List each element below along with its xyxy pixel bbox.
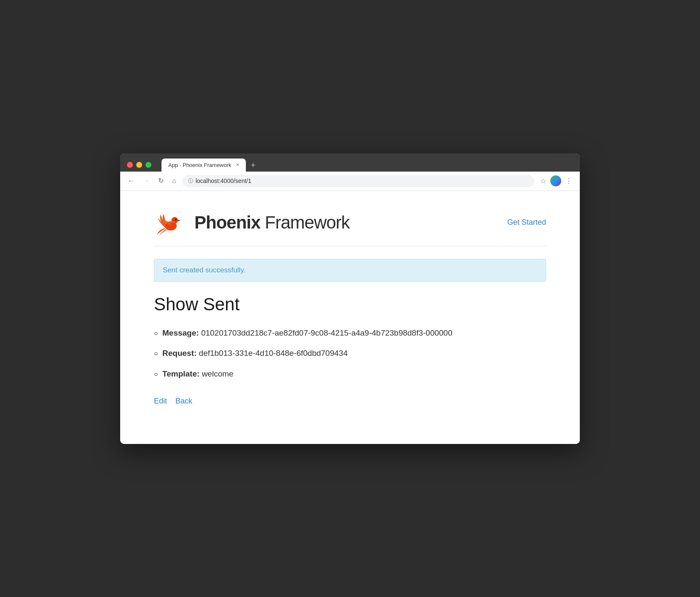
url-display: localhost:4000/sent/1 (196, 177, 251, 184)
field-label-request: Request: (162, 349, 197, 358)
maximize-button[interactable] (145, 162, 151, 168)
flash-message: Sent created successfully. (154, 259, 546, 282)
field-label-message: Message: (162, 328, 199, 337)
bookmark-button[interactable]: ☆ (538, 175, 549, 187)
toolbar-actions: ☆ ⋮ (538, 175, 575, 187)
edit-link[interactable]: Edit (154, 397, 167, 406)
new-tab-button[interactable]: + (246, 159, 261, 172)
minimize-button[interactable] (136, 162, 142, 168)
browser-chrome: App · Phoenix Framework × + ← → ↻ ⌂ ⓘ lo… (120, 153, 580, 191)
list-item: Template: welcome (162, 368, 546, 380)
close-button[interactable] (127, 162, 133, 168)
list-item: Request: def1b013-331e-4d10-848e-6f0dbd7… (162, 347, 546, 360)
page-content: Phoenix Framework Get Started Sent creat… (120, 191, 580, 444)
svg-marker-2 (178, 220, 180, 221)
reload-button[interactable]: ↻ (156, 176, 166, 186)
back-nav-button[interactable]: ← (125, 176, 137, 186)
home-button[interactable]: ⌂ (170, 176, 179, 186)
flash-text: Sent created successfully. (163, 266, 245, 274)
security-icon: ⓘ (188, 177, 193, 185)
active-tab[interactable]: App · Phoenix Framework × (162, 159, 246, 172)
field-label-template: Template: (162, 369, 199, 378)
svg-point-3 (175, 219, 177, 221)
field-value-message: 010201703dd218c7-ae82fd07-9c08-4215-a4a9… (201, 328, 452, 337)
window-controls (127, 162, 151, 168)
address-bar[interactable]: ⓘ localhost:4000/sent/1 (182, 175, 534, 187)
titlebar: App · Phoenix Framework × + (120, 153, 580, 172)
browser-toolbar: ← → ↻ ⌂ ⓘ localhost:4000/sent/1 ☆ ⋮ (120, 172, 580, 191)
back-link[interactable]: Back (175, 397, 192, 406)
action-links: Edit Back (154, 397, 546, 406)
page-title: Show Sent (154, 294, 546, 315)
profile-avatar[interactable] (550, 175, 561, 186)
logo-text: Phoenix Framework (194, 212, 350, 233)
browser-window: App · Phoenix Framework × + ← → ↻ ⌂ ⓘ lo… (120, 153, 580, 444)
list-item: Message: 010201703dd218c7-ae82fd07-9c08-… (162, 327, 546, 339)
tab-close-icon[interactable]: × (236, 162, 239, 168)
logo-light: Framework (260, 212, 350, 232)
field-value-template: welcome (202, 369, 234, 378)
tab-title: App · Phoenix Framework (168, 162, 232, 168)
field-value-request: def1b013-331e-4d10-848e-6f0dbd709434 (199, 349, 348, 358)
data-list: Message: 010201703dd218c7-ae82fd07-9c08-… (154, 327, 546, 380)
phoenix-logo-icon (154, 208, 188, 237)
site-header: Phoenix Framework Get Started (154, 208, 546, 246)
tab-bar: App · Phoenix Framework × + (162, 159, 573, 172)
get-started-link[interactable]: Get Started (507, 218, 546, 227)
forward-nav-button[interactable]: → (140, 176, 152, 186)
logo-bold: Phoenix (194, 212, 260, 232)
menu-button[interactable]: ⋮ (563, 175, 575, 187)
logo-area: Phoenix Framework (154, 208, 350, 237)
